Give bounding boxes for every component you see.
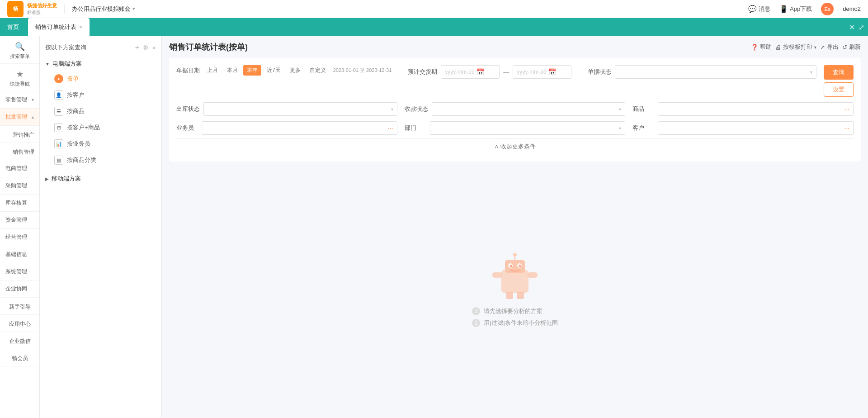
sidebar-item-collab[interactable]: 企业协同 bbox=[0, 280, 39, 298]
tab-close-btn[interactable]: × bbox=[79, 24, 82, 30]
scheme-icon-order: ● bbox=[54, 74, 63, 83]
goods-select[interactable]: ··· bbox=[658, 102, 854, 116]
sidebar-item-ecommerce[interactable]: 电商管理 bbox=[0, 160, 39, 177]
date-custom[interactable]: 自定义 bbox=[306, 65, 330, 76]
refresh-btn[interactable]: ↺ 刷新 bbox=[842, 43, 861, 51]
sidebar-item-search[interactable]: 🔍 搜索菜单 bbox=[0, 36, 39, 64]
svg-rect-8 bbox=[506, 292, 513, 299]
tab-sales-order-stats[interactable]: 销售订单统计表 × bbox=[28, 18, 90, 36]
sidebar-item-operations[interactable]: 经营管理 bbox=[0, 229, 39, 246]
user-avatar[interactable]: Ea bbox=[821, 3, 834, 15]
chevron-right-scheme-icon: ▶ bbox=[45, 176, 49, 181]
message-icon: 💬 bbox=[748, 5, 757, 13]
sidebar-item-inventory[interactable]: 库存核算 bbox=[0, 195, 39, 212]
sidebar-item-corpwechat[interactable]: 企业微信 bbox=[0, 332, 39, 349]
btn-group: 查询 设置 bbox=[824, 65, 854, 97]
collapse-filter-btn[interactable]: ∧ 收起更多条件 bbox=[494, 142, 536, 151]
workspace-selector[interactable]: 办公用品行业模拟账套 ▾ bbox=[72, 5, 135, 13]
sidebar-item-sales[interactable]: 销售管理 bbox=[0, 143, 39, 160]
sidebar-item-appcenter[interactable]: 应用中心 bbox=[0, 315, 39, 332]
scheme-item-by-customer-goods[interactable]: ⊞ 按客户+商品 bbox=[40, 119, 161, 136]
app-download-btn[interactable]: 📱 App下载 bbox=[779, 5, 812, 13]
date-this-year[interactable]: 本年 bbox=[243, 65, 261, 76]
date-more[interactable]: 更多 bbox=[286, 65, 304, 76]
ship-status-dropdown-icon: ▾ bbox=[391, 107, 393, 112]
tip-num-2: 2 bbox=[472, 319, 480, 327]
pay-status-select[interactable]: ▾ bbox=[432, 102, 626, 116]
desktop-schemes: ▼ 电脑端方案 ● 按单 👤 按客户 bbox=[40, 55, 161, 170]
query-btn[interactable]: 查询 bbox=[824, 65, 854, 80]
sidebar-item-retail[interactable]: 零售管理 ▾ bbox=[0, 91, 39, 109]
calendar-icon-end: 📅 bbox=[548, 68, 556, 76]
dept-select[interactable]: ▾ bbox=[430, 121, 626, 135]
dept-dropdown-icon: ▾ bbox=[619, 126, 621, 131]
tab-bar: 首页 销售订单统计表 × ✕ ⤢ bbox=[0, 18, 868, 36]
scheme-item-by-order[interactable]: ● 按单 bbox=[40, 71, 161, 87]
scheme-item-by-goods[interactable]: ☰ 按商品 bbox=[40, 103, 161, 119]
tab-home[interactable]: 首页 bbox=[0, 18, 26, 36]
scheme-item-by-category[interactable]: ▤ 按商品分类 bbox=[40, 152, 161, 168]
date-this-month[interactable]: 本月 bbox=[223, 65, 241, 76]
scheme-item-by-customer[interactable]: 👤 按客户 bbox=[40, 87, 161, 103]
settings-scheme-btn[interactable]: ⚙ bbox=[143, 44, 149, 51]
mobile-schemes: ▶ 移动端方案 bbox=[40, 170, 161, 187]
print-dropdown-icon: ▾ bbox=[814, 45, 816, 50]
svg-rect-6 bbox=[492, 272, 502, 278]
svg-point-11 bbox=[513, 253, 517, 256]
sidebar-item-marketing[interactable]: 营销推广 bbox=[0, 126, 39, 143]
desktop-scheme-header[interactable]: ▼ 电脑端方案 bbox=[40, 57, 161, 71]
filter-section: 单据日期 上月 本月 本年 近7天 更多 自定义 2023-01-01 至 20… bbox=[169, 58, 861, 162]
app-logo: 畅 bbox=[7, 1, 24, 17]
dept-label: 部门 bbox=[405, 124, 426, 132]
sidebar-item-finance[interactable]: 资金管理 bbox=[0, 212, 39, 229]
salesman-select[interactable]: ··· bbox=[202, 121, 397, 135]
scheme-item-by-salesman[interactable]: 📊 按业务员 bbox=[40, 136, 161, 152]
settings-btn[interactable]: 设置 bbox=[824, 82, 854, 97]
top-bar: 畅 畅捷信好生意 标准版 办公用品行业模拟账套 ▾ 💬 消息 📱 App下载 E… bbox=[0, 0, 868, 18]
message-btn[interactable]: 💬 消息 bbox=[748, 5, 770, 13]
refresh-icon: ↺ bbox=[842, 44, 847, 51]
expected-date-label: 预计交货期 bbox=[408, 68, 437, 76]
sidebar-item-guide[interactable]: 新手引导 bbox=[0, 298, 39, 315]
sidebar-item-purchase[interactable]: 采购管理 bbox=[0, 177, 39, 195]
chevron-down-icon: ▾ bbox=[32, 97, 34, 102]
right-panel: 销售订单统计表(按单) ❓ 帮助 🖨 按模板打印 ▾ ↗ 导出 bbox=[162, 36, 868, 418]
customer-select[interactable]: ··· bbox=[658, 121, 854, 135]
empty-svg bbox=[488, 247, 542, 302]
window-close-btn[interactable]: ✕ bbox=[849, 23, 855, 32]
date-last-7days[interactable]: 近7天 bbox=[263, 65, 284, 76]
empty-tip-1: 1 请先选择要分析的方案 bbox=[472, 307, 557, 315]
sidebar-item-members[interactable]: 畅会员 bbox=[0, 349, 39, 366]
collapse-panel-btn[interactable]: « bbox=[152, 44, 156, 51]
pay-status-dropdown-icon: ▾ bbox=[619, 107, 621, 112]
expected-date-start[interactable]: yyyy-mm-dd 📅 bbox=[441, 65, 500, 79]
tip-num-1: 1 bbox=[472, 307, 480, 315]
sidebar-item-wholesale[interactable]: 批发管理 ▴ bbox=[0, 109, 39, 126]
window-maximize-btn[interactable]: ⤢ bbox=[859, 23, 864, 32]
search-icon: 🔍 bbox=[15, 42, 25, 52]
sidebar-nav: 🔍 搜索菜单 ★ 快捷导航 零售管理 ▾ 批发管理 ▴ 营销推广 销售管理 电商… bbox=[0, 36, 40, 418]
app-info: 畅捷信好生意 标准版 bbox=[27, 2, 57, 16]
add-scheme-btn[interactable]: + bbox=[135, 43, 139, 52]
ship-status-select[interactable]: ▾ bbox=[203, 102, 397, 116]
mobile-scheme-header[interactable]: ▶ 移动端方案 bbox=[40, 172, 161, 185]
date-last-month[interactable]: 上月 bbox=[203, 65, 222, 76]
chevron-down-scheme-icon: ▼ bbox=[45, 62, 50, 66]
export-btn[interactable]: ↗ 导出 bbox=[820, 43, 839, 51]
pay-status-label: 收款状态 bbox=[405, 105, 428, 113]
status-select[interactable]: ▾ bbox=[615, 65, 816, 79]
template-print-btn[interactable]: 🖨 按模板打印 ▾ bbox=[775, 43, 816, 51]
svg-rect-0 bbox=[501, 270, 528, 293]
left-panel-actions: + ⚙ « bbox=[135, 43, 156, 52]
left-panel: 按以下方案查询 + ⚙ « ▼ 电脑端方案 ● 按单 bbox=[40, 36, 162, 418]
svg-rect-7 bbox=[528, 272, 538, 278]
scheme-icon-salesman: 📊 bbox=[54, 139, 63, 148]
expected-date-end[interactable]: yyyy-mm-dd 📅 bbox=[513, 65, 571, 79]
sidebar-item-system[interactable]: 系统管理 bbox=[0, 263, 39, 280]
goods-more-icon: ··· bbox=[844, 105, 849, 113]
sidebar-item-quicknav[interactable]: ★ 快捷导航 bbox=[0, 64, 39, 91]
divider bbox=[64, 5, 65, 14]
content-area: 按以下方案查询 + ⚙ « ▼ 电脑端方案 ● 按单 bbox=[40, 36, 868, 418]
sidebar-item-basic[interactable]: 基础信息 bbox=[0, 246, 39, 263]
help-btn[interactable]: ❓ 帮助 bbox=[751, 43, 772, 51]
